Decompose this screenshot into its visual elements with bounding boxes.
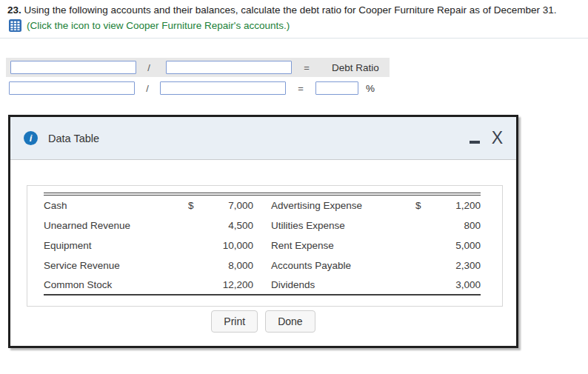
account-name: Accounts Payable xyxy=(253,260,415,271)
account-name: Unearned Revenue xyxy=(44,220,188,231)
info-icon: i xyxy=(24,131,38,145)
table-row: Unearned Revenue 4,500 Utilities Expense… xyxy=(44,216,481,236)
equals-operator: = xyxy=(286,83,315,94)
denominator-value-input[interactable] xyxy=(160,81,286,95)
currency-sign: $ xyxy=(188,200,203,211)
account-name: Service Revenue xyxy=(44,260,188,271)
done-button[interactable]: Done xyxy=(265,310,315,333)
ratio-result-input[interactable] xyxy=(315,81,358,95)
minimize-icon[interactable] xyxy=(470,141,480,144)
modal-title: Data Table xyxy=(48,133,99,144)
account-value: 1,200 xyxy=(430,200,481,211)
data-table-icon[interactable] xyxy=(9,19,21,32)
equals-operator: = xyxy=(292,62,321,73)
account-name: Rent Expense xyxy=(253,240,415,251)
divide-operator: / xyxy=(136,62,161,73)
account-name: Utilities Expense xyxy=(253,220,415,231)
table-row: Equipment 10,000 Rent Expense 5,000 xyxy=(44,236,481,256)
print-button[interactable]: Print xyxy=(211,310,258,333)
modal-header: i Data Table X xyxy=(10,117,516,160)
account-name: Advertising Expense xyxy=(253,200,415,211)
accounts-table-container: Cash $ 7,000 Advertising Expense $ 1,200… xyxy=(27,185,503,307)
debt-ratio-label: Debt Ratio xyxy=(321,62,390,73)
account-name: Common Stock xyxy=(44,279,188,290)
account-value: 4,500 xyxy=(203,220,253,231)
percent-sign: % xyxy=(366,83,375,94)
close-icon[interactable]: X xyxy=(492,130,503,147)
debt-ratio-formula-row: / = Debt Ratio xyxy=(6,58,390,77)
table-row: Common Stock 12,200 Dividends 3,000 xyxy=(44,276,481,295)
table-row: Cash $ 7,000 Advertising Expense $ 1,200 xyxy=(44,196,481,216)
section-divider xyxy=(0,38,588,39)
account-value: 10,000 xyxy=(203,240,253,251)
account-value: 800 xyxy=(430,220,481,231)
account-name: Dividends xyxy=(253,279,415,290)
currency-sign: $ xyxy=(415,200,430,211)
account-value: 7,000 xyxy=(203,200,253,211)
debt-ratio-values-row: / = % xyxy=(6,79,421,98)
account-name: Cash xyxy=(44,200,188,211)
account-value: 8,000 xyxy=(203,260,253,271)
question-instruction-row: (Click the icon to view Cooper Furniture… xyxy=(9,19,290,32)
accounts-table: Cash $ 7,000 Advertising Expense $ 1,200… xyxy=(44,193,481,295)
account-name: Equipment xyxy=(44,240,188,251)
data-table-modal: i Data Table X Cash $ 7,000 Advertising … xyxy=(8,115,518,348)
denominator-input[interactable] xyxy=(166,61,292,74)
table-row: Service Revenue 8,000 Accounts Payable 2… xyxy=(44,256,481,276)
account-value: 3,000 xyxy=(430,279,481,290)
modal-body: Cash $ 7,000 Advertising Expense $ 1,200… xyxy=(10,160,516,347)
modal-actions: Print Done xyxy=(10,310,516,333)
numerator-value-input[interactable] xyxy=(9,81,135,95)
view-accounts-link[interactable]: (Click the icon to view Cooper Furniture… xyxy=(27,20,290,31)
account-value: 12,200 xyxy=(203,279,253,290)
divide-operator: / xyxy=(135,83,160,94)
page: 23. Using the following accounts and the… xyxy=(0,0,588,374)
account-value: 5,000 xyxy=(430,240,481,251)
question-text: 23. Using the following accounts and the… xyxy=(7,4,556,16)
numerator-input[interactable] xyxy=(10,61,136,74)
question-body: Using the following accounts and their b… xyxy=(24,4,557,16)
question-number: 23. xyxy=(7,4,21,16)
account-value: 2,300 xyxy=(430,260,481,271)
